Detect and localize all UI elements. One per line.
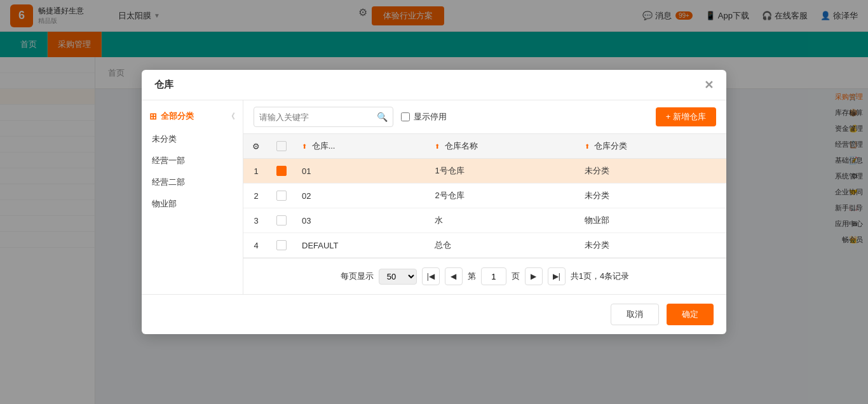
row-category: 物业部 [577, 208, 726, 233]
row-select-checkbox[interactable] [276, 240, 287, 250]
main-layout: 🏠 首页 📊 销售管理 🛒 采购管理 📦 库存核算 💰 资金管理 📋 经营管理 … [0, 57, 868, 404]
search-input[interactable] [259, 112, 377, 122]
row-code: 03 [294, 208, 427, 233]
add-warehouse-button[interactable]: + 新增仓库 [656, 107, 716, 126]
th-category: ⬆ 仓库分类 [577, 134, 726, 159]
total-records: 共1页，4条记录 [571, 271, 629, 282]
cat-item-ops1[interactable]: 经营一部 [142, 150, 243, 172]
row-num: 1 [243, 159, 269, 184]
modal-title: 仓库 [154, 79, 173, 91]
table-row[interactable]: 1 01 1号 [243, 159, 726, 184]
row-name: 水 [427, 208, 576, 233]
row-name: 2号仓库 [427, 184, 576, 208]
category-sidebar: ⊞ 全部分类 《 未分类 经营一部 经营二部 [142, 100, 243, 294]
row-checkbox[interactable] [269, 159, 294, 184]
row-select-checkbox[interactable] [276, 191, 287, 201]
show-disabled-label[interactable]: 显示停用 [401, 111, 447, 123]
row-name: 1号仓库 [427, 159, 576, 184]
row-code: 02 [294, 184, 427, 208]
category-header: ⊞ 全部分类 《 [142, 107, 243, 128]
table-row[interactable]: 3 03 水 [243, 208, 726, 233]
page-label-suffix: 页 [512, 271, 520, 282]
modal-header: 仓库 ✕ [142, 70, 726, 100]
row-num: 4 [243, 233, 269, 258]
row-category: 未分类 [577, 159, 726, 184]
th-settings: ⚙ [243, 134, 269, 159]
close-icon[interactable]: ✕ [704, 79, 714, 91]
table-row[interactable]: 2 02 2号 [243, 184, 726, 208]
modal-overlay: 仓库 ✕ ⊞ 全部分类 《 [95, 57, 868, 404]
row-select-checkbox[interactable] [276, 166, 287, 176]
select-all-checkbox[interactable] [276, 141, 287, 151]
search-box[interactable]: 🔍 [254, 107, 393, 127]
collapse-icon[interactable]: 《 [227, 111, 235, 122]
main-content: 首页 仓库 ✕ ⊞ 全部分类 [95, 57, 868, 404]
sort-icon-cat: ⬆ [585, 143, 590, 150]
row-category: 未分类 [577, 184, 726, 208]
pagination: 每页显示 50 100 |◀ ◀ 第 页 ▶ ▶| [243, 258, 726, 294]
cat-item-unclassified[interactable]: 未分类 [142, 128, 243, 150]
cancel-button[interactable]: 取消 [611, 304, 659, 325]
search-icon: 🔍 [377, 112, 388, 122]
table-row[interactable]: 4 DEFAULT [243, 233, 726, 258]
page-label-prefix: 第 [468, 271, 476, 282]
prev-page-button[interactable]: ◀ [445, 267, 463, 285]
row-num: 2 [243, 184, 269, 208]
confirm-button[interactable]: 确定 [667, 304, 714, 325]
modal-body: ⊞ 全部分类 《 未分类 经营一部 经营二部 [142, 100, 726, 294]
row-name: 总仓 [427, 233, 576, 258]
next-page-button[interactable]: ▶ [525, 267, 543, 285]
sort-icon: ⬆ [302, 143, 307, 150]
warehouse-table: ⚙ ⬆ 仓库... [243, 134, 726, 258]
modal-toolbar: 🔍 显示停用 + 新增仓库 [243, 100, 726, 134]
row-category: 未分类 [577, 233, 726, 258]
modal-footer: 取消 确定 [142, 294, 726, 334]
column-settings-icon[interactable]: ⚙ [252, 142, 260, 151]
modal-main-area: 🔍 显示停用 + 新增仓库 [243, 100, 726, 294]
row-code: DEFAULT [294, 233, 427, 258]
data-table: ⚙ ⬆ 仓库... [243, 134, 726, 258]
grid-icon: ⊞ [149, 111, 157, 121]
row-checkbox[interactable] [269, 208, 294, 233]
th-code: ⬆ 仓库... [294, 134, 427, 159]
cat-item-property[interactable]: 物业部 [142, 193, 243, 215]
all-categories[interactable]: ⊞ 全部分类 [149, 111, 194, 122]
last-page-button[interactable]: ▶| [548, 267, 566, 285]
per-page-select[interactable]: 50 100 [379, 269, 417, 285]
sort-icon-name: ⬆ [435, 143, 440, 150]
th-checkbox [269, 134, 294, 159]
first-page-button[interactable]: |◀ [422, 267, 440, 285]
row-select-checkbox[interactable] [276, 215, 287, 226]
cat-item-ops2[interactable]: 经营二部 [142, 172, 243, 193]
page-number-input[interactable] [481, 267, 506, 285]
th-name: ⬆ 仓库名称 [427, 134, 576, 159]
warehouse-modal: 仓库 ✕ ⊞ 全部分类 《 [142, 70, 726, 334]
table-header-row: ⚙ ⬆ 仓库... [243, 134, 726, 159]
row-num: 3 [243, 208, 269, 233]
row-checkbox[interactable] [269, 233, 294, 258]
show-disabled-checkbox[interactable] [401, 112, 410, 121]
row-checkbox[interactable] [269, 184, 294, 208]
row-code: 01 [294, 159, 427, 184]
